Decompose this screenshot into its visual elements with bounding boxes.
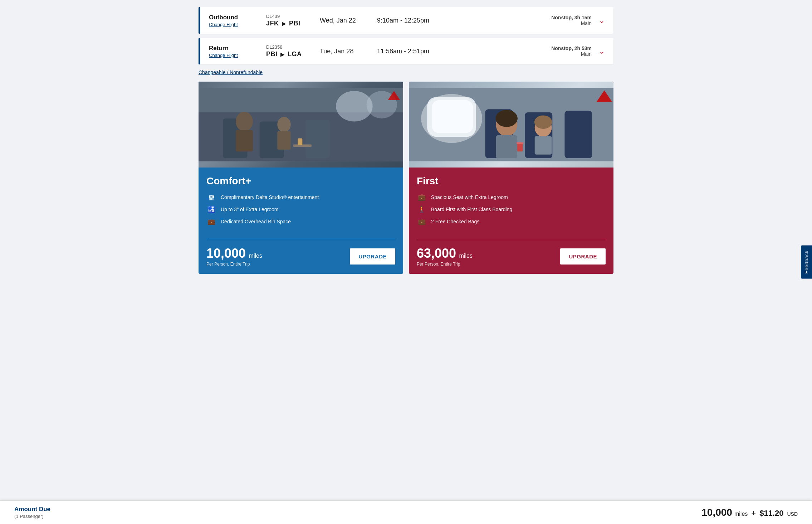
first-class-features: 💼 Spacious Seat with Extra Legroom 🚶 Boa…: [417, 193, 606, 230]
amount-due-left: Amount Due (1 Passenger): [14, 506, 50, 519]
comfort-divider: [206, 240, 395, 240]
first-upgrade-button[interactable]: UPGRADE: [560, 248, 606, 265]
first-miles-amount: 63,000 miles: [417, 246, 473, 261]
legroom-icon: 🛃: [206, 205, 216, 213]
comfort-miles-section: 10,000 miles Per Person, Entire Trip: [206, 246, 262, 267]
comfort-feature-1: ▩ Complimentary Delta Studio® entertainm…: [206, 193, 395, 201]
comfort-plus-features: ▩ Complimentary Delta Studio® entertainm…: [206, 193, 395, 230]
first-feature-1: 💼 Spacious Seat with Extra Legroom: [417, 193, 606, 201]
outbound-nonstop: Nonstop, 3h 15m: [551, 15, 592, 20]
outbound-route-to: PBI: [289, 20, 300, 27]
first-miles-section: 63,000 miles Per Person, Entire Trip: [417, 246, 473, 267]
return-date: Tue, Jan 28: [320, 48, 377, 55]
comfort-feature-2: 🛃 Up to 3" of Extra Legroom: [206, 205, 395, 213]
return-route: PBI ▶ LGA: [266, 50, 320, 58]
comfort-feature-1-text: Complimentary Delta Studio® entertainmen…: [221, 194, 319, 200]
first-miles-label: miles: [459, 253, 473, 259]
comfort-feature-3-text: Dedicated Overhead Bin Space: [221, 219, 291, 224]
first-feature-2-text: Board First with First Class Boarding: [431, 207, 512, 212]
outbound-times: 9:10am - 12:25pm: [377, 17, 551, 24]
return-flight-info: DL2358 PBI ▶ LGA Tue, Jan 28 11:58am - 2…: [266, 44, 605, 58]
return-times: 11:58am - 2:51pm: [377, 48, 551, 55]
comfort-price-row: 10,000 miles Per Person, Entire Trip UPG…: [206, 246, 395, 274]
first-class-title: First: [417, 175, 606, 187]
first-class-card: First 💼 Spacious Seat with Extra Legroom…: [409, 82, 613, 274]
return-label: Return Change Flight: [209, 45, 266, 58]
return-change-flight[interactable]: Change Flight: [209, 53, 266, 58]
first-price-row: 63,000 miles Per Person, Entire Trip UPG…: [417, 246, 606, 274]
comfort-miles-amount: 10,000 miles: [206, 246, 262, 261]
svg-point-7: [236, 112, 253, 131]
outbound-route-arrow: ▶: [282, 21, 286, 26]
return-chevron-icon[interactable]: ⌄: [599, 47, 605, 55]
first-feature-2: 🚶 Board First with First Class Boarding: [417, 205, 606, 213]
comfort-plus-image-svg: [199, 82, 403, 168]
first-miles-number: 63,000: [417, 246, 456, 261]
outbound-date: Wed, Jan 22: [320, 17, 377, 24]
footer-usd-amount: $11.20: [759, 509, 783, 518]
svg-point-27: [534, 115, 552, 129]
outbound-direction: Outbound: [209, 14, 266, 21]
svg-point-17: [421, 94, 482, 143]
comfort-upgrade-button[interactable]: UPGRADE: [350, 248, 395, 265]
first-per-person: Per Person, Entire Trip: [417, 262, 473, 267]
footer-miles-number: 10,000: [701, 507, 732, 518]
footer-plus: +: [751, 509, 756, 518]
feedback-tab[interactable]: Feedback: [801, 245, 812, 278]
return-flight-number: DL2358: [266, 44, 320, 50]
entertainment-icon: ▩: [206, 193, 216, 201]
first-class-image-svg: [409, 82, 613, 168]
return-cabin: Main: [551, 51, 592, 57]
outbound-route: JFK ▶ PBI: [266, 20, 320, 27]
comfort-plus-content: Comfort+ ▩ Complimentary Delta Studio® e…: [199, 168, 403, 274]
outbound-label: Outbound Change Flight: [209, 14, 266, 27]
passenger-note: (1 Passenger): [14, 514, 50, 519]
bags-icon: 💼: [417, 218, 427, 225]
svg-point-9: [277, 117, 291, 132]
svg-rect-6: [305, 120, 330, 158]
outbound-number-route: DL439 JFK ▶ PBI: [266, 14, 320, 27]
return-nonstop: Nonstop, 2h 53m: [551, 45, 592, 51]
first-feature-3: 💼 2 Free Checked Bags: [417, 218, 606, 225]
outbound-flight-number: DL439: [266, 14, 320, 19]
return-direction: Return: [209, 45, 266, 52]
outbound-flight-info: DL439 JFK ▶ PBI Wed, Jan 22 9:10am - 12:…: [266, 14, 605, 27]
return-route-to: LGA: [288, 50, 302, 58]
comfort-miles-label: miles: [249, 253, 262, 259]
svg-point-24: [495, 110, 517, 127]
footer-usd-label: USD: [787, 511, 798, 517]
comfort-feature-3: 💼 Dedicated Overhead Bin Space: [206, 218, 395, 225]
changeable-label[interactable]: Changeable / Nonrefundable: [199, 69, 613, 75]
upgrade-cards-section: Comfort+ ▩ Complimentary Delta Studio® e…: [199, 82, 613, 274]
return-number-route: DL2358 PBI ▶ LGA: [266, 44, 320, 58]
first-class-content: First 💼 Spacious Seat with Extra Legroom…: [409, 168, 613, 274]
return-route-from: PBI: [266, 50, 278, 58]
svg-rect-8: [236, 130, 253, 151]
svg-rect-26: [535, 136, 552, 154]
return-route-arrow: ▶: [280, 52, 285, 57]
svg-rect-23: [496, 135, 517, 158]
footer-miles-label: miles: [734, 511, 748, 517]
first-divider: [417, 240, 606, 240]
return-meta: Nonstop, 2h 53m Main: [551, 45, 592, 57]
outbound-chevron-icon[interactable]: ⌄: [599, 16, 605, 25]
bin-icon: 💼: [206, 218, 216, 225]
svg-rect-20: [564, 111, 592, 158]
comfort-plus-card: Comfort+ ▩ Complimentary Delta Studio® e…: [199, 82, 403, 274]
seat-icon: 💼: [417, 193, 427, 201]
outbound-route-from: JFK: [266, 20, 279, 27]
svg-rect-10: [277, 131, 291, 150]
boarding-icon: 🚶: [417, 205, 427, 213]
outbound-change-flight[interactable]: Change Flight: [209, 22, 266, 27]
comfort-miles-number: 10,000: [206, 246, 246, 261]
comfort-feature-2-text: Up to 3" of Extra Legroom: [221, 207, 278, 212]
outbound-flight-row: Outbound Change Flight DL439 JFK ▶ PBI W…: [199, 7, 613, 34]
svg-rect-13: [298, 138, 302, 145]
first-feature-3-text: 2 Free Checked Bags: [431, 219, 479, 224]
first-class-image: [409, 82, 613, 168]
outbound-cabin: Main: [551, 20, 592, 26]
svg-rect-28: [517, 143, 523, 151]
svg-rect-12: [293, 144, 312, 147]
comfort-plus-title: Comfort+: [206, 175, 395, 187]
return-flight-row: Return Change Flight DL2358 PBI ▶ LGA Tu…: [199, 38, 613, 64]
